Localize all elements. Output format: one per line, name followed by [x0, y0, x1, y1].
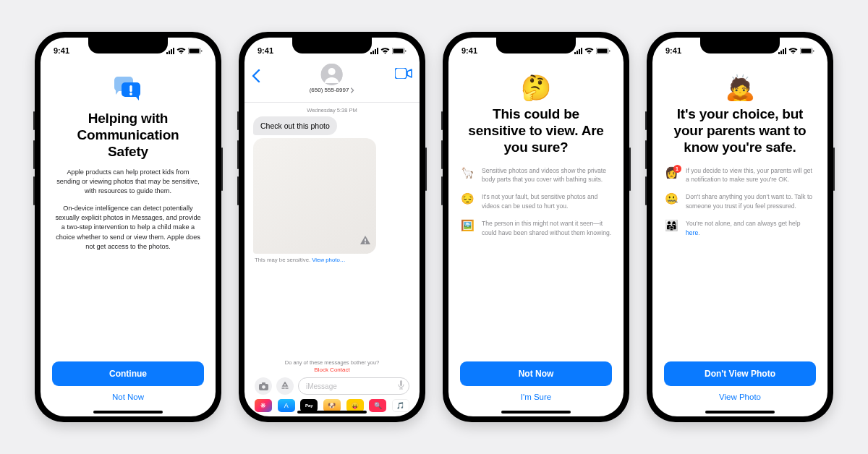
bullet-row: 🖼️The person in this might not want it s… [460, 219, 612, 237]
compose-row: iMessage [250, 377, 414, 396]
battery-icon [596, 48, 610, 54]
bullet-row: 🤐Don't share anything you don't want to.… [664, 192, 816, 210]
status-time: 9:41 [258, 46, 273, 55]
bullet-icon: 👨‍👩‍👧 [664, 219, 678, 237]
bullet-icon: 🖼️ [460, 219, 475, 237]
incoming-message[interactable]: Check out this photo [253, 116, 337, 135]
contact-name[interactable]: (650) 555-8997 [310, 87, 355, 93]
svg-point-14 [365, 242, 366, 244]
svg-rect-9 [405, 50, 407, 52]
bowing-emoji-icon: 🙇 [664, 75, 816, 100]
dictate-icon[interactable] [398, 380, 404, 392]
not-now-button[interactable]: Not Now [52, 386, 204, 408]
camera-button[interactable] [255, 377, 272, 395]
bullet-text: If you decide to view this, your parents… [686, 166, 816, 184]
svg-rect-1 [190, 48, 200, 53]
home-indicator[interactable] [501, 411, 571, 414]
warning-icon [360, 235, 370, 248]
bullet-row: 😔It's not your fault, but sensitive phot… [460, 192, 612, 210]
not-now-button[interactable]: Not Now [460, 361, 612, 386]
facetime-button[interactable] [395, 64, 412, 82]
home-indicator[interactable] [297, 411, 367, 414]
svg-rect-24 [813, 50, 814, 52]
svg-rect-21 [609, 50, 610, 52]
bullet-text: Don't share anything you don't want to. … [686, 192, 816, 210]
app-search[interactable]: 🔍 [369, 399, 386, 412]
bullet-row: 🦙Sensitive photos and videos show the pr… [460, 166, 612, 184]
message-input[interactable]: iMessage [298, 377, 409, 395]
continue-button[interactable]: Continue [52, 361, 204, 386]
wifi-icon [788, 48, 798, 54]
page-title: Helping with Communication Safety [56, 110, 200, 160]
battery-icon [188, 48, 203, 54]
svg-point-11 [328, 68, 336, 75]
signal-icon [166, 48, 174, 54]
battery-icon [392, 48, 407, 54]
phone-frame-2: 9:41 (650) 555-8997 Wednesday 5:38 P [239, 32, 425, 422]
bullet-icon: 🦙 [460, 166, 475, 184]
svg-rect-8 [393, 48, 404, 53]
dont-view-button[interactable]: Don't View Photo [664, 361, 816, 386]
home-indicator[interactable] [93, 411, 163, 414]
bullet-text: Sensitive photos and videos show the pri… [482, 166, 612, 184]
notch [700, 38, 780, 53]
help-link[interactable]: here [686, 229, 698, 236]
status-time: 9:41 [54, 46, 69, 55]
intro-paragraph-1: Apple products can help protect kids fro… [55, 168, 201, 197]
message-placeholder: iMessage [306, 382, 337, 390]
sensitive-caption: This may be sensitive. View photo… [255, 257, 414, 263]
wifi-icon [380, 48, 390, 54]
view-photo-button[interactable]: View Photo [664, 386, 816, 408]
battery-icon [800, 48, 814, 54]
status-time: 9:41 [665, 46, 681, 55]
svg-point-17 [262, 385, 265, 388]
status-time: 9:41 [461, 46, 477, 55]
notch [496, 38, 576, 53]
home-indicator[interactable] [705, 411, 775, 414]
app-photos[interactable]: ❋ [255, 399, 272, 412]
phone-frame-1: 9:41 Helping with Communication Safety A… [35, 32, 221, 422]
svg-rect-23 [801, 48, 812, 53]
page-title: This could be sensitive to view. Are you… [464, 106, 608, 156]
svg-rect-13 [365, 239, 366, 241]
bullet-text: It's not your fault, but sensitive photo… [482, 192, 612, 210]
block-contact-link[interactable]: Block Contact [250, 367, 414, 373]
svg-rect-12 [395, 68, 407, 79]
bullet-row: 👨‍👩‍👧You're not alone, and can always ge… [664, 219, 816, 237]
bother-prompt: Do any of these messages bother you? [250, 359, 414, 366]
thinking-emoji-icon: 🤔 [460, 75, 612, 100]
back-button[interactable] [252, 64, 260, 87]
messages-header: (650) 555-8997 [244, 62, 420, 103]
app-appstore[interactable]: A [278, 399, 295, 412]
phone-frame-4: 9:41 🙇 It's your choice, but your parent… [647, 32, 833, 422]
signal-icon [574, 48, 582, 54]
app-store-button[interactable] [276, 377, 294, 395]
notch [88, 38, 168, 53]
wifi-icon [176, 48, 186, 54]
view-photo-link[interactable]: View photo… [312, 257, 345, 263]
im-sure-button[interactable]: I'm Sure [460, 386, 612, 408]
bullet-icon: 👩 [664, 166, 678, 184]
svg-rect-18 [400, 380, 402, 386]
page-title: It's your choice, but your parents want … [668, 106, 812, 156]
svg-rect-16 [262, 382, 265, 385]
bullet-text: The person in this might not want it see… [482, 219, 612, 237]
notch [292, 38, 372, 53]
bullet-text: You're not alone, and can always get hel… [686, 219, 816, 237]
app-music[interactable]: 🎵 [392, 399, 409, 412]
message-timestamp: Wednesday 5:38 PM [250, 107, 414, 113]
signal-icon [778, 48, 786, 54]
bullet-icon: 😔 [460, 192, 475, 210]
bullet-row: 👩If you decide to view this, your parent… [664, 166, 816, 184]
signal-icon [370, 48, 378, 54]
svg-point-6 [129, 93, 132, 95]
intro-paragraph-2: On-device intelligence can detect potent… [55, 204, 201, 252]
wifi-icon [584, 48, 594, 54]
blurred-photo[interactable] [253, 138, 376, 254]
bullet-icon: 🤐 [664, 192, 678, 210]
svg-rect-5 [129, 85, 132, 92]
contact-avatar[interactable] [321, 64, 343, 85]
phone-frame-3: 9:41 🤔 This could be sensitive to view. … [443, 32, 629, 422]
communication-safety-icon [52, 75, 204, 104]
svg-rect-2 [201, 50, 203, 52]
